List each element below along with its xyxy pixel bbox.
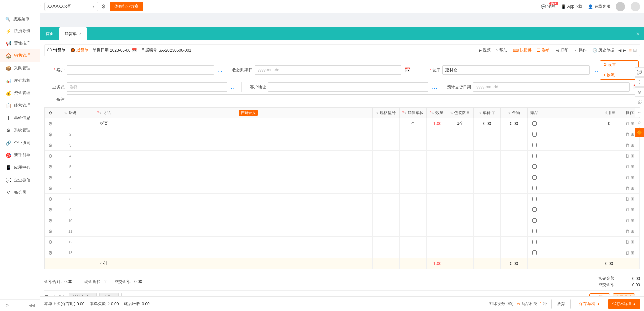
sidebar-gear-icon[interactable]: ⚙ <box>5 303 9 308</box>
message-btn[interactable]: 💬 消息 99+ <box>541 4 556 9</box>
sidebar-collapse-icon[interactable]: ◀◀ <box>29 303 35 308</box>
sidebar-item-quick-nav[interactable]: ⚡ 快捷导航 <box>0 25 40 37</box>
trial-button[interactable]: 体验行业方案 <box>110 2 143 11</box>
customer-addr-dots-icon[interactable]: … <box>430 84 439 90</box>
delete-icon[interactable]: 🗑 <box>625 196 629 201</box>
td-product[interactable] <box>84 247 124 258</box>
sidebar-item-inventory[interactable]: 📊 库存核算 <box>0 74 40 87</box>
td-product[interactable] <box>84 129 124 140</box>
td-product[interactable] <box>84 226 124 237</box>
save-new-button[interactable]: 保存&新增 ▲ <box>608 299 640 309</box>
gift-checkbox[interactable] <box>532 132 537 137</box>
gift-checkbox[interactable] <box>532 207 537 212</box>
sidebar-item-base[interactable]: ℹ 基础信息 <box>0 112 40 124</box>
copy-icon[interactable]: ⊞ <box>631 153 634 158</box>
rmp-shield-icon[interactable]: 🛡 <box>635 77 644 87</box>
warehouse-input[interactable] <box>442 65 590 75</box>
td-product[interactable] <box>84 237 124 247</box>
customer-input[interactable] <box>67 65 214 75</box>
select-btn[interactable]: ☰ 选单 <box>536 47 551 54</box>
rmp-circle-icon[interactable]: ⊙ <box>635 87 644 97</box>
tab-sales-order[interactable]: 销货单 × <box>59 27 87 40</box>
sidebar-item-sales[interactable]: 🏠 销售管理 <box>0 49 40 62</box>
customer-dots-icon[interactable]: … <box>216 67 224 73</box>
gift-checkbox[interactable] <box>532 240 537 244</box>
warehouse-dots-icon[interactable]: … <box>592 67 600 73</box>
debt-question-icon[interactable]: ? <box>107 302 110 306</box>
copy-icon[interactable]: ⊞ <box>631 250 634 255</box>
gift-checkbox[interactable] <box>532 186 537 190</box>
copy-icon[interactable]: ⊞ <box>631 175 634 180</box>
th-scan[interactable]: 扫码录入 <box>124 108 373 118</box>
copy-icon[interactable]: ⊞ <box>631 229 634 234</box>
video-btn[interactable]: ▶ 视频 <box>477 47 492 54</box>
row-gear-icon[interactable]: ⚙ <box>48 239 53 245</box>
td-product[interactable] <box>84 194 124 204</box>
history-btn[interactable]: 🕒 历史单据 <box>591 47 616 54</box>
expected-date-input[interactable] <box>473 82 630 92</box>
td-qty-1[interactable]: -1.00 <box>427 118 447 129</box>
radio-return-label[interactable]: 退货单 <box>71 47 88 53</box>
company-selector[interactable]: XXXXXX公司 ▼ <box>44 2 98 11</box>
sidebar-item-guide[interactable]: 🎯 新手引导 <box>0 149 40 161</box>
td-price-1[interactable]: 0.00 <box>474 118 501 129</box>
td-product[interactable] <box>84 204 124 215</box>
due-date-input[interactable] <box>255 65 402 75</box>
discard-button[interactable]: 放弃 <box>551 299 571 309</box>
grid-view-btn[interactable]: ⊞ <box>633 47 637 53</box>
td-product[interactable] <box>84 172 124 183</box>
copy-icon[interactable]: ⊞ <box>631 186 634 191</box>
shortcut-btn[interactable]: ⌨ 快捷键 <box>512 47 533 54</box>
copy-icon-1[interactable]: ⊞ <box>631 121 634 126</box>
row-gear-icon[interactable]: ⚙ <box>48 143 53 148</box>
save-draft-button[interactable]: 保存草稿 ▲ <box>575 299 604 309</box>
td-pkgqty-1[interactable]: 1个 <box>447 118 474 129</box>
rmp-edit-icon[interactable]: ✏ <box>635 108 644 117</box>
radio-sales[interactable] <box>47 48 52 52</box>
date-calendar-icon[interactable]: 📅 <box>132 48 137 53</box>
copy-icon[interactable]: ⊞ <box>631 143 634 148</box>
close-window-icon[interactable]: ✕ <box>636 31 644 36</box>
row-gear-icon[interactable]: ⚙ <box>48 153 53 159</box>
settings-button[interactable]: ⚙ 设置 <box>600 60 639 69</box>
product-count[interactable]: 1 <box>540 301 542 306</box>
gift-checkbox[interactable] <box>532 175 537 180</box>
td-product[interactable] <box>84 183 124 194</box>
row-gear-icon[interactable]: ⚙ <box>48 175 53 180</box>
row-gear-icon[interactable]: ⚙ <box>48 186 53 191</box>
row-gear-icon[interactable]: ⚙ <box>48 196 53 202</box>
gift-checkbox[interactable] <box>532 143 537 147</box>
sidebar-item-enterprise[interactable]: 🔗 企业协同 <box>0 137 40 149</box>
row-gear-icon[interactable]: ⚙ <box>48 250 53 256</box>
td-spec-1[interactable] <box>373 118 400 129</box>
gift-checkbox[interactable] <box>532 218 537 223</box>
gift-checkbox[interactable] <box>532 229 537 233</box>
question-icon[interactable]: ? <box>104 279 107 284</box>
prev-btn[interactable]: ◀ <box>618 48 621 53</box>
avatar-extra[interactable] <box>631 2 640 11</box>
td-barcode-1[interactable] <box>57 118 84 129</box>
copy-icon[interactable]: ⊞ <box>631 132 634 137</box>
td-product-1[interactable]: 拆页 <box>84 118 124 129</box>
sidebar-item-system[interactable]: ⚙ 系统管理 <box>0 124 40 137</box>
td-amount-1[interactable]: 0.00 <box>501 118 528 129</box>
avatar[interactable] <box>616 2 625 11</box>
th-gear[interactable]: ⚙ <box>45 108 57 118</box>
rmp-star-icon[interactable]: ☆ <box>635 118 644 127</box>
row-gear-icon[interactable]: ⚙ <box>48 229 53 234</box>
online-service-btn[interactable]: 👤 在线客服 <box>588 4 610 9</box>
rmp-message-icon[interactable]: 💬 <box>635 67 644 77</box>
delete-icon[interactable]: 🗑 <box>625 207 629 212</box>
tab-home[interactable]: 首页 <box>40 27 59 40</box>
app-download-btn[interactable]: 📱 App下载 <box>561 4 582 9</box>
delete-icon[interactable]: 🗑 <box>625 164 629 169</box>
row-gear-icon[interactable]: ⚙ <box>48 164 53 169</box>
scan-button[interactable]: 扫码录入 <box>239 110 258 116</box>
td-product[interactable] <box>84 140 124 151</box>
gift-checkbox[interactable] <box>532 154 537 158</box>
salesperson-dots-icon[interactable]: … <box>229 84 237 90</box>
sidebar-item-finance[interactable]: 💰 资金管理 <box>0 87 40 99</box>
sidebar-item-search[interactable]: 🔍 搜索菜单 <box>0 13 40 25</box>
gift-checkbox-1[interactable] <box>532 121 537 126</box>
td-gift-1[interactable] <box>528 118 541 129</box>
